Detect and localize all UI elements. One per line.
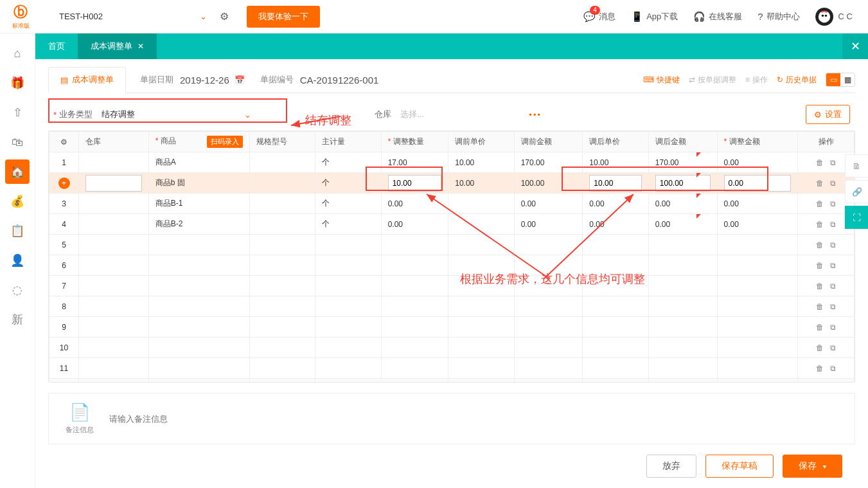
copy-icon[interactable]: ⧉ (830, 179, 836, 188)
delete-icon[interactable]: 🗑 (816, 240, 824, 249)
nav-bag-icon[interactable]: 🛍 (5, 130, 30, 154)
close-icon[interactable]: ✕ (137, 42, 144, 51)
cell-post-price[interactable] (583, 276, 648, 296)
cell-warehouse[interactable] (79, 255, 149, 276)
delete-icon[interactable]: 🗑 (816, 302, 824, 311)
more-icon[interactable]: ••• (529, 110, 542, 120)
cell-warehouse[interactable] (79, 317, 149, 338)
copy-icon[interactable]: ⧉ (830, 220, 836, 229)
cell-adj-amt[interactable] (717, 317, 798, 338)
table-row[interactable]: 6🗑⧉ (49, 255, 855, 276)
cell-qty[interactable] (381, 338, 448, 358)
company-selector[interactable]: TEST-H002 ⌄ (53, 6, 213, 27)
cell-adj-amt[interactable]: 0.00 (717, 194, 798, 214)
date-value[interactable]: 2019-12-26 (180, 75, 229, 86)
delete-icon[interactable]: 🗑 (816, 179, 824, 188)
copy-icon[interactable]: ⧉ (830, 302, 836, 311)
delete-icon[interactable]: 🗑 (816, 261, 824, 270)
post-amt-input[interactable] (655, 175, 711, 192)
cell-post-amt[interactable] (648, 358, 717, 379)
cell-post-price[interactable] (583, 255, 648, 276)
table-row[interactable]: 9🗑⧉ (49, 317, 855, 338)
app-download-link[interactable]: 📱 App下载 (631, 11, 678, 23)
cell-post-price[interactable] (583, 358, 648, 379)
copy-icon[interactable]: ⧉ (830, 240, 836, 249)
cell-spec[interactable] (249, 235, 315, 255)
cell-warehouse[interactable] (79, 173, 149, 194)
cell-post-price[interactable] (583, 296, 648, 317)
cell-spec[interactable] (249, 338, 315, 358)
cell-post-amt[interactable] (648, 255, 717, 276)
nav-home-icon[interactable]: ⌂ (5, 41, 30, 66)
discard-button[interactable]: 放弃 (646, 455, 696, 478)
cell-product[interactable]: 商品A (148, 152, 249, 173)
cell-spec[interactable] (249, 194, 315, 214)
nav-gift-icon[interactable]: 🎁 (5, 71, 30, 95)
cell-post-amt[interactable]: 170.00 (648, 152, 717, 173)
cell-product[interactable] (148, 338, 249, 358)
cell-spec[interactable] (249, 296, 315, 317)
cell-product[interactable]: 商品b 固 (148, 173, 249, 194)
cell-product[interactable] (148, 255, 249, 276)
document-tab[interactable]: ▤ 成本调整单 (48, 67, 126, 93)
cell-spec[interactable] (249, 152, 315, 173)
operate-link[interactable]: ≡操作 (745, 75, 768, 86)
copy-icon[interactable]: ⧉ (830, 261, 836, 270)
cell-warehouse[interactable] (79, 358, 149, 379)
cell-warehouse[interactable] (79, 194, 149, 214)
try-button[interactable]: 我要体验一下 (247, 6, 320, 28)
cell-post-amt[interactable] (648, 235, 717, 255)
table-row[interactable]: 10🗑⧉ (49, 338, 855, 358)
cell-qty[interactable]: 17.00 (381, 152, 448, 173)
cell-post-amt[interactable]: 0.00 (648, 214, 717, 235)
delete-icon[interactable]: 🗑 (816, 199, 824, 208)
table-row[interactable]: 11🗑⧉ (49, 358, 855, 379)
cell-adj-amt[interactable] (717, 358, 798, 379)
delete-icon[interactable]: 🗑 (816, 364, 824, 373)
by-order-link[interactable]: ⇄按单据调整 (689, 75, 736, 86)
online-service-link[interactable]: 🎧 在线客服 (693, 11, 742, 23)
cell-adj-amt[interactable]: 0.00 (717, 214, 798, 235)
cell-qty[interactable] (381, 296, 448, 317)
table-row[interactable]: 7🗑⧉ (49, 276, 855, 296)
cell-post-amt[interactable] (648, 173, 717, 194)
cell-warehouse[interactable] (79, 338, 149, 358)
cell-product[interactable] (148, 296, 249, 317)
delete-icon[interactable]: 🗑 (816, 158, 824, 167)
cell-product[interactable] (148, 235, 249, 255)
cell-product[interactable] (148, 358, 249, 379)
cell-adj-amt[interactable] (717, 255, 798, 276)
nav-loading-icon[interactable]: ◌ (5, 278, 30, 302)
cell-post-price[interactable] (583, 235, 648, 255)
cell-post-amt[interactable]: 0.00 (648, 194, 717, 214)
cell-spec[interactable] (249, 358, 315, 379)
cell-product[interactable] (148, 317, 249, 338)
nav-up-icon[interactable]: ⇧ (5, 100, 30, 125)
cell-spec[interactable] (249, 214, 315, 235)
cell-spec[interactable] (249, 317, 315, 338)
cell-spec[interactable] (249, 173, 315, 194)
nav-clipboard-icon[interactable]: 📋 (5, 219, 30, 243)
cell-qty[interactable] (381, 317, 448, 338)
cell-qty[interactable] (381, 276, 448, 296)
nav-money-icon[interactable]: 💰 (5, 189, 30, 213)
close-all-icon[interactable]: ✕ (842, 33, 868, 59)
tab-cost-adjustment[interactable]: 成本调整单 ✕ (78, 33, 157, 59)
cell-spec[interactable] (249, 276, 315, 296)
cell-post-amt[interactable] (648, 317, 717, 338)
save-button[interactable]: 保存▾ (783, 455, 842, 478)
cell-post-price[interactable]: 10.00 (583, 152, 648, 173)
user-menu[interactable]: C C (815, 8, 853, 26)
history-link[interactable]: ↻历史单据 (777, 75, 817, 86)
calendar-icon[interactable]: 📅 (235, 75, 245, 85)
adj-amt-input[interactable] (724, 175, 792, 192)
right-expand-icon[interactable]: ⛶ (845, 206, 868, 229)
cell-post-amt[interactable] (648, 276, 717, 296)
cell-warehouse[interactable] (79, 235, 149, 255)
cell-adj-amt[interactable] (717, 296, 798, 317)
cell-adj-amt[interactable] (717, 235, 798, 255)
right-note-icon[interactable]: 🗎 (845, 154, 868, 177)
nav-new-icon[interactable]: 新 (5, 307, 30, 332)
settings-button[interactable]: ⚙ 设置 (806, 105, 850, 124)
scan-input-tag[interactable]: 扫码录入 (207, 136, 243, 148)
